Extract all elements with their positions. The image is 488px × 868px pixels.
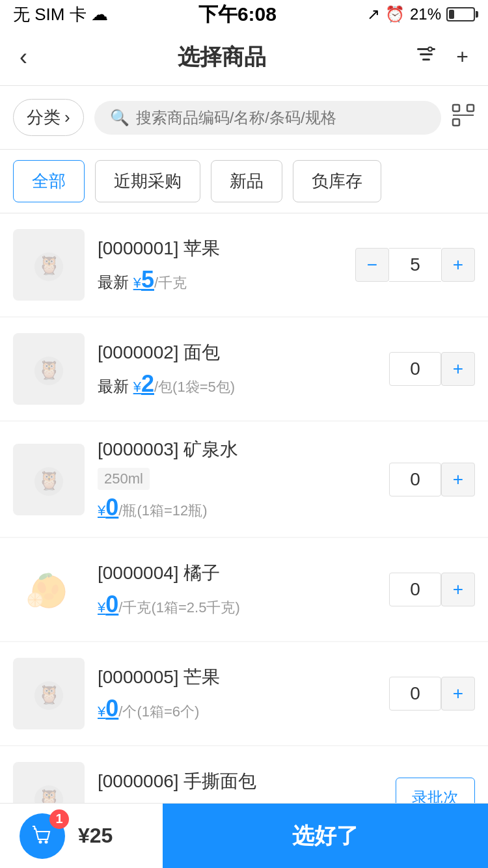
bottom-bar: 1 ¥25 选好了	[0, 803, 488, 868]
quantity-increase-button[interactable]: +	[441, 352, 475, 386]
confirm-button[interactable]: 选好了	[163, 804, 488, 868]
svg-point-34	[39, 840, 42, 843]
price-unit: /瓶(1箱=12瓶)	[118, 502, 207, 519]
product-price: 最新 ¥2/包(1袋=5包)	[98, 370, 376, 398]
status-time: 下午6:08	[198, 1, 277, 28]
svg-point-3	[428, 47, 432, 51]
cart-icon-button[interactable]: 1	[20, 813, 65, 859]
nav-bar: ‹ 选择商品 +	[0, 29, 488, 86]
svg-rect-4	[453, 105, 459, 111]
sim-label: 无 SIM 卡 ☁	[13, 3, 108, 26]
price-symbol: ¥	[98, 703, 105, 720]
table-row: 🦉 [0000005] 芒果 ¥0/个(1箱=6个) +	[0, 642, 488, 745]
quantity-control-0000003: +	[389, 463, 475, 496]
price-label: 最新	[98, 377, 133, 395]
svg-text:🦉: 🦉	[38, 470, 61, 491]
category-chevron: ›	[64, 107, 70, 128]
quantity-input[interactable]	[389, 677, 441, 711]
quantity-decrease-button[interactable]: −	[355, 248, 389, 282]
search-icon: 🔍	[110, 109, 129, 127]
price-symbol: ¥	[98, 599, 105, 616]
filter-icon[interactable]	[416, 44, 437, 70]
product-name: [0000002] 面包	[98, 340, 376, 365]
quantity-control-0000004: +	[389, 573, 475, 606]
price-num: 0	[105, 695, 118, 722]
product-info-0000005: [0000005] 芒果 ¥0/个(1箱=6个)	[98, 665, 376, 722]
price-num: 0	[105, 494, 118, 521]
scan-icon[interactable]	[452, 103, 475, 131]
quantity-input[interactable]	[389, 573, 441, 606]
svg-rect-2	[422, 59, 430, 61]
category-button[interactable]: 分类 ›	[13, 99, 84, 136]
price-symbol: ¥	[133, 275, 141, 291]
tab-bar: 全部 近期采购 新品 负库存	[0, 150, 488, 213]
table-row: 🦉 [0000001] 苹果 最新 ¥5/千克 − +	[0, 213, 488, 316]
search-input[interactable]	[136, 109, 426, 127]
location-icon: ↗	[367, 5, 380, 23]
page-title: 选择商品	[178, 42, 266, 72]
quantity-control-0000002: +	[389, 352, 475, 386]
product-name: [0000001] 苹果	[98, 236, 342, 261]
product-list: 🦉 [0000001] 苹果 最新 ¥5/千克 − + 🦉 [0000002] …	[0, 213, 488, 868]
tab-recent[interactable]: 近期采购	[95, 160, 200, 202]
product-info-0000001: [0000001] 苹果 最新 ¥5/千克	[98, 236, 342, 293]
svg-point-18	[44, 593, 53, 600]
quantity-increase-button[interactable]: +	[441, 573, 475, 606]
product-image-0000003: 🦉	[13, 444, 85, 515]
price-symbol: ¥	[98, 502, 105, 519]
add-button[interactable]: +	[456, 45, 468, 69]
search-box: 🔍	[94, 101, 441, 135]
battery-icon	[446, 7, 475, 21]
product-spec: 250ml	[98, 468, 150, 490]
svg-text:🦉: 🦉	[38, 684, 61, 705]
product-name: [0000004] 橘子	[98, 561, 376, 586]
status-right: ↗ ⏰ 21%	[367, 5, 475, 23]
quantity-input[interactable]	[389, 463, 441, 496]
quantity-control-0000005: +	[389, 677, 475, 711]
alarm-icon: ⏰	[385, 5, 405, 23]
product-price: ¥0/个(1箱=6个)	[98, 695, 376, 722]
cart-badge: 1	[49, 809, 69, 829]
filter-bar: 分类 › 🔍	[0, 86, 488, 150]
svg-text:🦉: 🦉	[38, 359, 61, 381]
quantity-control-0000001: − +	[355, 248, 475, 282]
price-unit: /千克	[154, 275, 187, 291]
product-image-0000004	[13, 554, 85, 625]
tab-all[interactable]: 全部	[13, 160, 85, 202]
product-name: [0000005] 芒果	[98, 665, 376, 690]
table-row: 🦉 [0000003] 矿泉水 250ml ¥0/瓶(1箱=12瓶) +	[0, 422, 488, 537]
nav-actions: +	[416, 44, 468, 70]
quantity-input[interactable]	[389, 352, 441, 386]
product-image-0000005: 🦉	[13, 658, 85, 729]
product-image-0000002: 🦉	[13, 333, 85, 405]
category-label: 分类	[27, 106, 61, 129]
tab-new[interactable]: 新品	[211, 160, 282, 202]
back-button[interactable]: ‹	[20, 44, 27, 71]
price-unit: /个(1箱=6个)	[118, 703, 199, 720]
product-image-0000001: 🦉	[13, 229, 85, 301]
price-num: 2	[141, 370, 154, 397]
price-num: 0	[105, 591, 118, 617]
svg-point-35	[45, 840, 48, 843]
product-info-0000004: [0000004] 橘子 ¥0/千克(1箱=2.5千克)	[98, 561, 376, 618]
battery-percent: 21%	[410, 5, 441, 23]
price-label: 最新	[98, 273, 133, 291]
quantity-increase-button[interactable]: +	[441, 463, 475, 496]
price-num: 5	[141, 266, 154, 293]
product-info-0000003: [0000003] 矿泉水 250ml ¥0/瓶(1箱=12瓶)	[98, 437, 376, 521]
quantity-increase-button[interactable]: +	[441, 248, 475, 282]
svg-rect-6	[467, 105, 474, 111]
quantity-input[interactable]	[389, 248, 441, 282]
tab-negative[interactable]: 负库存	[293, 160, 381, 202]
cart-section: 1 ¥25	[0, 813, 163, 859]
svg-rect-1	[420, 53, 433, 55]
cart-total: ¥25	[78, 824, 113, 848]
table-row: 🦉 [0000002] 面包 最新 ¥2/包(1袋=5包) +	[0, 318, 488, 420]
status-left: 无 SIM 卡 ☁	[13, 3, 108, 26]
svg-text:🦉: 🦉	[38, 254, 61, 276]
status-bar: 无 SIM 卡 ☁ 下午6:08 ↗ ⏰ 21%	[0, 0, 488, 29]
quantity-increase-button[interactable]: +	[441, 677, 475, 711]
product-name: [0000003] 矿泉水	[98, 437, 376, 462]
price-unit: /包(1袋=5包)	[154, 379, 235, 395]
price-unit: /千克(1箱=2.5千克)	[118, 599, 239, 616]
